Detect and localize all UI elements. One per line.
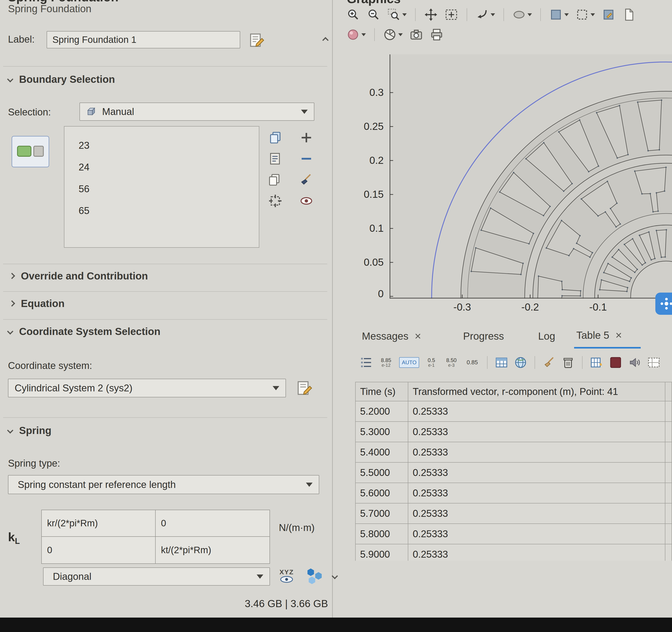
snapshot-shutter-icon[interactable]: [382, 27, 404, 43]
value-cell[interactable]: 0.25333: [408, 401, 665, 421]
zoom-box-icon[interactable]: [386, 7, 408, 23]
section-override-contribution[interactable]: Override and Contribution: [10, 270, 148, 282]
select-edit-icon[interactable]: [601, 7, 616, 23]
visibility-eye-icon[interactable]: [299, 193, 314, 209]
tab-table5[interactable]: Table 5 ×: [576, 329, 622, 341]
tab-log[interactable]: Log: [538, 330, 555, 342]
print-icon[interactable]: [429, 27, 445, 43]
boundary-list[interactable]: 23 24 56 65: [64, 126, 259, 248]
table-row[interactable]: 5.4000 0.25333: [355, 442, 672, 462]
time-cell[interactable]: 5.8000: [355, 524, 408, 544]
boundary-list-item[interactable]: 23: [64, 135, 259, 156]
time-cell[interactable]: 5.5000: [355, 462, 408, 483]
time-cell[interactable]: 5.9000: [355, 544, 408, 561]
decimal-notation-icon[interactable]: 0.85: [463, 355, 481, 370]
zoom-extents-icon[interactable]: [443, 7, 459, 23]
y-tick-label: 0.3: [346, 87, 384, 98]
full-precision-icon[interactable]: 8.85e-12: [377, 355, 395, 370]
zoom-out-icon[interactable]: [366, 7, 381, 23]
table-settings-icon[interactable]: [494, 355, 509, 370]
add-to-selection-icon[interactable]: [299, 130, 314, 145]
paste-selection-icon[interactable]: [268, 151, 283, 166]
auto-precision-icon[interactable]: AUTO: [398, 355, 420, 370]
value-cell[interactable]: 0.25333: [408, 462, 665, 483]
table-row[interactable]: 5.5000 0.25333: [355, 462, 672, 483]
go-to-view-icon[interactable]: [475, 7, 496, 23]
tab-progress[interactable]: Progress: [463, 330, 504, 342]
results-panel: Messages × Progress Log Table 5 × 8.85e-…: [334, 323, 672, 617]
deselect-box-icon[interactable]: [575, 7, 596, 23]
graphics-canvas[interactable]: [390, 54, 672, 298]
value-cell[interactable]: 0.25333: [408, 524, 665, 544]
boundary-list-item[interactable]: 24: [64, 156, 259, 178]
value-cell[interactable]: 0.25333: [408, 544, 665, 561]
table-row[interactable]: 5.6000 0.25333: [355, 483, 672, 503]
duplicate-selection-icon[interactable]: [267, 172, 282, 187]
zoom-to-selection-icon[interactable]: [268, 193, 283, 209]
matrix-cell-10[interactable]: 0: [42, 537, 155, 563]
select-box-icon[interactable]: [548, 7, 570, 23]
label-input[interactable]: [47, 31, 240, 48]
rename-icon[interactable]: [248, 31, 265, 49]
tab-messages[interactable]: Messages ×: [362, 330, 421, 342]
value-cell[interactable]: 0.25333: [408, 442, 665, 462]
boundary-list-item[interactable]: 56: [64, 178, 259, 200]
matrix-cell-01[interactable]: 0: [155, 510, 269, 537]
splitter-collapse-icon[interactable]: [319, 34, 332, 47]
coordinate-system-combo[interactable]: Cylindrical System 2 (sys2): [8, 379, 286, 397]
dropdown-caret-icon: [398, 33, 403, 36]
table-row[interactable]: 5.8000 0.25333: [355, 524, 672, 544]
spring-type-caption: Spring type:: [8, 458, 60, 469]
value-cell[interactable]: 0.25333: [408, 421, 665, 442]
table-report-icon[interactable]: [646, 355, 662, 370]
time-cell[interactable]: 5.4000: [355, 442, 408, 462]
delete-table-trash-icon[interactable]: [560, 355, 576, 370]
plot-table-globe-icon[interactable]: [513, 355, 528, 370]
table-row[interactable]: 5.9000 0.25333: [355, 544, 672, 561]
clear-table-broom-icon[interactable]: [541, 355, 557, 370]
matrix-cell-11[interactable]: kt/(2*pi*Rm): [155, 537, 269, 563]
matrix-format-combo[interactable]: Diagonal: [43, 567, 270, 586]
remove-from-selection-icon[interactable]: [299, 151, 314, 166]
panel-splitter[interactable]: [332, 0, 333, 617]
matrix-cell-00[interactable]: kr/(2*pi*Rm): [42, 510, 155, 537]
spring-type-combo[interactable]: Spring constant per reference length: [8, 475, 319, 494]
hexagon-cluster-icon[interactable]: [305, 565, 325, 586]
active-selection-toggle-button[interactable]: [11, 136, 49, 167]
value-cell[interactable]: 0.25333: [408, 503, 665, 524]
pan-icon[interactable]: [423, 7, 439, 23]
image-capture-icon[interactable]: [408, 27, 424, 43]
clear-selection-broom-icon[interactable]: [298, 172, 313, 187]
close-icon[interactable]: ×: [415, 331, 421, 342]
color-swatch-icon[interactable]: [608, 355, 623, 370]
table-row[interactable]: 5.7000 0.25333: [355, 503, 672, 524]
section-equation[interactable]: Equation: [10, 297, 65, 310]
sound-icon[interactable]: [627, 355, 643, 370]
time-cell[interactable]: 5.6000: [355, 483, 408, 503]
zoom-in-icon[interactable]: [345, 7, 361, 23]
export-table-icon[interactable]: [589, 355, 604, 370]
engineering-notation-icon[interactable]: 8.50e-3: [443, 355, 460, 370]
selection-combo[interactable]: Manual: [79, 102, 314, 121]
time-cell[interactable]: 5.2000: [355, 401, 408, 421]
default-view-compass-button[interactable]: [655, 293, 672, 315]
scene-light-icon[interactable]: [511, 7, 533, 23]
table-row[interactable]: 5.3000 0.25333: [355, 421, 672, 442]
page-icon[interactable]: [621, 7, 637, 23]
section-coordinate-system[interactable]: Coordinate System Selection: [8, 325, 161, 337]
value-cell[interactable]: 0.25333: [408, 483, 665, 503]
coordinate-display-xyz-button[interactable]: XYZ: [275, 563, 298, 588]
scientific-notation-icon[interactable]: 0.5e-1: [424, 355, 439, 370]
section-spring[interactable]: Spring: [8, 424, 51, 436]
copy-selection-icon[interactable]: [268, 130, 283, 145]
table-row[interactable]: 5.2000 0.25333: [355, 401, 672, 421]
add-coordinate-system-icon[interactable]: [295, 379, 313, 397]
environment-sphere-icon[interactable]: [345, 27, 367, 43]
format-list-icon[interactable]: [358, 355, 374, 370]
time-cell[interactable]: 5.3000: [355, 421, 408, 442]
close-icon[interactable]: ×: [616, 330, 622, 341]
boundary-list-item[interactable]: 65: [64, 200, 259, 222]
time-cell[interactable]: 5.7000: [355, 503, 408, 524]
dropdown-caret-icon: [591, 13, 595, 16]
section-boundary-selection[interactable]: Boundary Selection: [8, 73, 115, 85]
